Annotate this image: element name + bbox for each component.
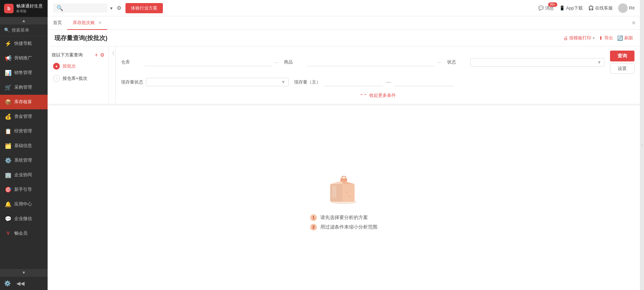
topbar-dropdown-arrow[interactable]: ▾: [110, 5, 113, 11]
app-subtitle: 标准版: [16, 9, 43, 14]
collapse-up-icon: ⌃⌃: [360, 93, 367, 98]
warehouse-more[interactable]: ···: [275, 59, 279, 65]
inventory-icon: 📦: [5, 99, 12, 105]
stock-qty-to[interactable]: [394, 78, 454, 86]
sidebar-item-base[interactable]: 🗂️ 基础信息: [0, 139, 48, 153]
newbie-icon: 🎯: [5, 186, 12, 193]
messages-btn[interactable]: 💬 消息 99+: [538, 5, 554, 11]
app-download-btn[interactable]: 📱 App下载: [559, 5, 583, 11]
sidebar-item-enterprise-wx[interactable]: 💬 企业微信: [0, 212, 48, 226]
stock-status-dropdown[interactable]: ▼: [146, 78, 289, 86]
sidebar-settings-icon[interactable]: ⚙️: [4, 280, 11, 287]
hint-1-text: 请先选择要分析的方案: [320, 215, 368, 221]
svg-rect-6: [342, 176, 346, 180]
svg-rect-7: [332, 186, 336, 198]
svg-point-9: [349, 195, 350, 197]
sidebar-item-label: 快捷导航: [14, 40, 32, 47]
warehouse-input[interactable]: [144, 58, 272, 66]
hint-1-num: 1: [310, 214, 317, 221]
stock-qty-label: 现存量（主）: [294, 79, 321, 85]
collapse-icon: 《: [110, 51, 115, 57]
empty-illustration: [323, 165, 364, 206]
sidebar-item-label: 基础信息: [14, 143, 32, 149]
topbar-search-input[interactable]: [65, 5, 99, 11]
stock-qty-sep: —: [386, 79, 391, 85]
sidebar-item-member[interactable]: V 畅会员: [0, 226, 48, 240]
user-avatar-area[interactable]: Rit: [618, 3, 634, 13]
tab-close-icon[interactable]: ✕: [98, 20, 102, 25]
filter-sidebar-collapse-btn[interactable]: 《: [109, 47, 116, 104]
tab-home[interactable]: 首页: [48, 16, 67, 30]
svg-point-8: [345, 192, 348, 194]
product-more[interactable]: ···: [438, 59, 442, 65]
hint-2-text: 用过滤条件来缩小分析范围: [320, 224, 377, 230]
main-content: 🔍 ▾ ⚙ 体验行业方案 💬 消息 99+ 📱 App下载 🎧 在线客服 Rit: [48, 0, 640, 290]
experience-btn[interactable]: 体验行业方案: [125, 3, 163, 13]
hint-2-num: 2: [310, 224, 317, 231]
filter-add-btn[interactable]: +: [95, 52, 98, 58]
customer-service-icon: 🎧: [588, 5, 594, 11]
query-btn[interactable]: 查询: [610, 51, 634, 61]
empty-hints: 1 请先选择要分析的方案 2 用过滤条件来缩小分析范围: [310, 214, 377, 231]
empty-hint-1: 1 请先选择要分析的方案: [310, 214, 377, 221]
customer-service-btn[interactable]: 🎧 在线客服: [588, 5, 613, 11]
filter-collapse-row[interactable]: ⌃⌃ 收起更多条件: [121, 90, 634, 100]
sidebar-item-label: 库存核算: [14, 99, 32, 105]
sidebar-item-marketing[interactable]: 📢 营销推广: [0, 51, 48, 66]
user-name: Rit: [629, 5, 634, 11]
export-label: 导出: [604, 35, 613, 41]
sidebar-item-finance[interactable]: 💰 资金管理: [0, 109, 48, 124]
enterprise-wx-icon: 💬: [5, 216, 12, 222]
sidebar-item-label: 营销推广: [14, 55, 32, 61]
refresh-label: 刷新: [624, 35, 633, 41]
filter-row-1: 仓库 ··· 商品 ··· 状态 ▼: [121, 51, 634, 74]
refresh-btn[interactable]: 🔄 刷新: [617, 35, 633, 41]
sidebar-item-label: 新手引导: [14, 186, 32, 193]
sidebar: b 畅康通好生意 标准版 ▲ 🔍 搜索菜单 ⚡ 快捷导航 📢 营销推广 📊 销售…: [0, 0, 48, 290]
app-center-icon: 🔔: [5, 201, 12, 207]
product-input[interactable]: [307, 58, 435, 66]
filter-field-stock-qty: 现存量（主） —: [294, 78, 462, 86]
sidebar-scroll-up[interactable]: ▲: [0, 17, 48, 24]
sidebar-item-system[interactable]: ⚙️ 系统管理: [0, 153, 48, 168]
sidebar-collapse-icon[interactable]: ◀◀: [16, 280, 24, 287]
filter-settings-btn[interactable]: ⚙: [100, 52, 104, 58]
messages-icon: 💬: [538, 5, 544, 11]
topbar-search-icon: 🔍: [56, 5, 63, 11]
sidebar-item-operations[interactable]: 📋 经营管理: [0, 124, 48, 139]
topbar-gear-icon[interactable]: ⚙: [117, 5, 121, 11]
sidebar-nav: ⚡ 快捷导航 📢 营销推广 📊 销售管理 🛒 采购管理 📦 库存核算 💰 资金管…: [0, 36, 48, 269]
sidebar-item-label: 采购管理: [14, 84, 32, 90]
sidebar-item-enterprise[interactable]: 🏢 企业协同: [0, 168, 48, 182]
sidebar-scroll-down[interactable]: ▼: [0, 269, 48, 276]
sidebar-item-label: 畅会员: [14, 230, 28, 236]
topbar-search-box[interactable]: 🔍: [53, 3, 107, 13]
stock-status-label: 现存量状态: [121, 79, 143, 85]
topbar: 🔍 ▾ ⚙ 体验行业方案 💬 消息 99+ 📱 App下载 🎧 在线客服 Rit: [48, 0, 640, 16]
sidebar-item-app-center[interactable]: 🔔 应用中心: [0, 197, 48, 212]
scheme-wh-batch-icon: ○: [53, 75, 60, 82]
filter-scheme-by-warehouse-batch[interactable]: ○ 按仓库+批次: [48, 72, 108, 85]
filter-sidebar-title: 按以下方案查询: [52, 52, 83, 58]
operations-icon: 📋: [5, 128, 12, 134]
stock-qty-from[interactable]: [323, 78, 383, 86]
sidebar-item-quick-nav[interactable]: ⚡ 快捷导航: [0, 36, 48, 51]
status-arrow: ▼: [597, 60, 601, 65]
status-dropdown[interactable]: ▼: [470, 58, 605, 67]
filter-field-status: 状态 ▼: [447, 58, 605, 67]
print-btn[interactable]: 🖨 按模板打印 ▾: [563, 35, 595, 41]
export-btn[interactable]: ⬆ 导出: [599, 35, 613, 41]
filter-scheme-by-batch[interactable]: ● 按批次: [48, 60, 108, 72]
sidebar-item-newbie[interactable]: 🎯 新手引导: [0, 182, 48, 197]
settings-btn[interactable]: 设置: [610, 64, 634, 74]
sidebar-item-purchase[interactable]: 🛒 采购管理: [0, 80, 48, 95]
tab-inventory-batch[interactable]: 库存批次账 ✕: [67, 16, 107, 30]
app-download-label: App下载: [566, 5, 583, 11]
app-title: 畅康通好生意: [16, 3, 43, 9]
sidebar-item-sales[interactable]: 📊 销售管理: [0, 66, 48, 80]
sidebar-search[interactable]: 🔍 搜索菜单: [0, 24, 48, 36]
search-icon: 🔍: [4, 28, 10, 33]
right-edge-panel[interactable]: ›: [640, 0, 644, 290]
sidebar-item-inventory[interactable]: 📦 库存核算: [0, 95, 48, 109]
close-panel-btn[interactable]: ✕: [631, 20, 636, 26]
